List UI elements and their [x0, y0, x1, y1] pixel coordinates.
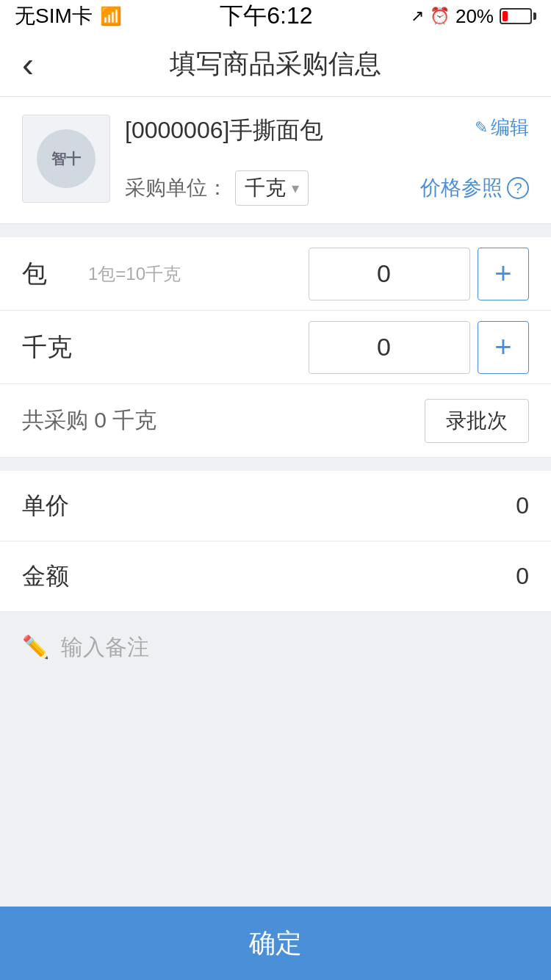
- price-ref-button[interactable]: 价格参照 ?: [420, 174, 529, 202]
- bag-quantity-input[interactable]: [309, 248, 470, 300]
- product-logo: 智十: [37, 129, 96, 188]
- carrier-label: 无SIM卡: [15, 2, 93, 30]
- remark-input[interactable]: 输入备注: [61, 633, 149, 663]
- battery-percent: 20%: [455, 5, 494, 28]
- amount-row: 金额 0: [0, 541, 551, 612]
- bag-plus-button[interactable]: +: [478, 248, 529, 300]
- chevron-down-icon: ▾: [292, 179, 299, 197]
- wifi-icon: 📶: [100, 6, 122, 26]
- bag-row: 包 1包=10千克 +: [0, 237, 551, 311]
- status-right: ↗ ⏰ 20%: [411, 5, 536, 28]
- bag-label: 包: [22, 257, 81, 291]
- amount-label: 金额: [22, 561, 516, 593]
- section-separator-1: [0, 224, 551, 237]
- help-icon: ?: [507, 177, 529, 199]
- logo-text: 智十: [51, 149, 81, 169]
- kg-input-group: +: [309, 321, 529, 374]
- kg-plus-button[interactable]: +: [478, 321, 529, 374]
- pencil-icon: ✏️: [22, 634, 49, 660]
- batch-button[interactable]: 录批次: [425, 399, 529, 443]
- unit-label: 采购单位：: [125, 174, 228, 202]
- remark-section[interactable]: ✏️ 输入备注: [0, 612, 551, 906]
- status-time: 下午6:12: [220, 0, 312, 32]
- bag-hint: 1包=10千克: [88, 262, 309, 286]
- battery-icon: [500, 8, 536, 24]
- quantity-form: 包 1包=10千克 + 千克 + 共采购 0 千克 录批次: [0, 237, 551, 458]
- product-image: 智十: [22, 115, 110, 203]
- alarm-icon: ⏰: [430, 7, 450, 26]
- unit-selector[interactable]: 千克 ▾: [235, 170, 309, 206]
- confirm-button[interactable]: 确定: [249, 926, 302, 962]
- unit-price-row: 单价 0: [0, 471, 551, 541]
- unit-price-value: 0: [516, 492, 529, 519]
- confirm-bar[interactable]: 确定: [0, 907, 551, 980]
- summary-text: 共采购 0 千克: [22, 406, 425, 436]
- product-info: [0000006]手撕面包 ✎ 编辑 采购单位： 千克 ▾ 价格参照 ?: [125, 115, 529, 206]
- amount-value: 0: [516, 563, 529, 590]
- summary-row: 共采购 0 千克 录批次: [0, 384, 551, 458]
- kg-row: 千克 +: [0, 311, 551, 384]
- nav-bar: ‹ 填写商品采购信息: [0, 32, 551, 97]
- unit-price-label: 单价: [22, 490, 516, 522]
- price-section: 单价 0 金额 0: [0, 471, 551, 612]
- location-icon: ↗: [411, 7, 424, 26]
- status-bar: 无SIM卡 📶 下午6:12 ↗ ⏰ 20%: [0, 0, 551, 32]
- kg-label: 千克: [22, 331, 81, 364]
- status-left: 无SIM卡 📶: [15, 2, 122, 30]
- product-name: [0000006]手撕面包: [125, 115, 323, 147]
- section-separator-2: [0, 458, 551, 471]
- kg-quantity-input[interactable]: [309, 321, 470, 374]
- product-card: 智十 [0000006]手撕面包 ✎ 编辑 采购单位： 千克 ▾ 价格参照 ?: [0, 97, 551, 224]
- bag-input-group: +: [309, 248, 529, 300]
- edit-button[interactable]: ✎ 编辑: [475, 115, 529, 140]
- page-title: 填写商品采购信息: [170, 46, 381, 82]
- back-button[interactable]: ‹: [22, 44, 34, 84]
